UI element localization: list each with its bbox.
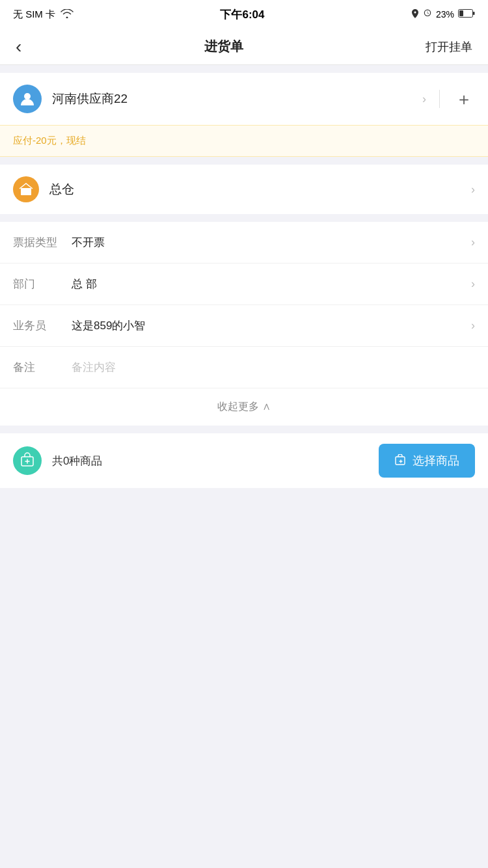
ticket-type-row[interactable]: 票据类型 不开票 › bbox=[0, 222, 488, 264]
battery-icon bbox=[458, 9, 475, 20]
ticket-type-label: 票据类型 bbox=[13, 235, 72, 250]
location-icon bbox=[411, 9, 419, 20]
department-value: 总 部 bbox=[72, 277, 471, 292]
svg-rect-6 bbox=[396, 457, 405, 465]
page-title: 进货单 bbox=[204, 38, 243, 55]
product-count-text: 共0种商品 bbox=[52, 454, 379, 468]
divider-3 bbox=[0, 214, 488, 222]
collapse-label: 收起更多 ∧ bbox=[217, 400, 270, 414]
svg-point-3 bbox=[24, 93, 31, 100]
ticket-type-chevron-icon: › bbox=[471, 236, 475, 249]
collapse-row[interactable]: 收起更多 ∧ bbox=[0, 388, 488, 426]
warehouse-row[interactable]: 总仓 › bbox=[0, 165, 488, 214]
remark-label: 备注 bbox=[13, 360, 72, 375]
status-left: 无 SIM 卡 bbox=[13, 8, 74, 21]
battery-percent: 23% bbox=[436, 9, 454, 20]
warehouse-section: 总仓 › bbox=[0, 165, 488, 214]
supplier-chevron-icon: › bbox=[422, 92, 426, 106]
bottom-bar: 共0种商品 选择商品 bbox=[0, 433, 488, 488]
select-product-label: 选择商品 bbox=[413, 453, 459, 468]
salesperson-value: 这是859的小智 bbox=[72, 318, 471, 333]
department-chevron-icon: › bbox=[471, 277, 475, 291]
notice-text: 应付-20元，现结 bbox=[13, 135, 86, 146]
supplier-section: 河南供应商22 › ＋ 应付-20元，现结 bbox=[0, 73, 488, 157]
department-label: 部门 bbox=[13, 277, 72, 292]
status-right: 23% bbox=[411, 9, 475, 20]
alarm-icon bbox=[423, 9, 432, 20]
remark-row[interactable]: 备注 备注内容 bbox=[0, 347, 488, 388]
salesperson-row[interactable]: 业务员 这是859的小智 › bbox=[0, 305, 488, 347]
carrier-text: 无 SIM 卡 bbox=[13, 8, 55, 21]
fields-section: 票据类型 不开票 › 部门 总 部 › 业务员 这是859的小智 › 备注 备注… bbox=[0, 222, 488, 426]
warehouse-name: 总仓 bbox=[49, 181, 471, 198]
divider-2 bbox=[0, 157, 488, 165]
product-icon bbox=[13, 446, 42, 475]
open-pending-button[interactable]: 打开挂单 bbox=[426, 39, 472, 55]
department-row[interactable]: 部门 总 部 › bbox=[0, 264, 488, 305]
salesperson-label: 业务员 bbox=[13, 318, 72, 333]
remark-placeholder: 备注内容 bbox=[72, 360, 475, 375]
supplier-row[interactable]: 河南供应商22 › ＋ bbox=[0, 73, 488, 125]
salesperson-chevron-icon: › bbox=[471, 319, 475, 332]
warehouse-chevron-icon: › bbox=[471, 183, 475, 197]
supplier-name: 河南供应商22 bbox=[52, 90, 422, 107]
empty-area bbox=[0, 488, 488, 683]
svg-rect-1 bbox=[459, 10, 463, 16]
nav-bar: ‹ 进货单 打开挂单 bbox=[0, 29, 488, 65]
warehouse-icon bbox=[13, 176, 39, 202]
svg-rect-2 bbox=[473, 12, 475, 15]
vertical-divider bbox=[439, 90, 440, 108]
svg-rect-4 bbox=[21, 188, 31, 195]
divider-1 bbox=[0, 65, 488, 73]
add-supplier-button[interactable]: ＋ bbox=[453, 88, 475, 111]
status-bar: 无 SIM 卡 下午6:04 23% bbox=[0, 0, 488, 29]
status-time: 下午6:04 bbox=[220, 7, 264, 22]
back-button[interactable]: ‹ bbox=[16, 38, 21, 56]
select-product-button[interactable]: 选择商品 bbox=[379, 444, 475, 478]
supplier-avatar bbox=[13, 85, 42, 113]
ticket-type-value: 不开票 bbox=[72, 235, 471, 250]
notice-bar: 应付-20元，现结 bbox=[0, 125, 488, 157]
wifi-icon bbox=[61, 9, 74, 20]
